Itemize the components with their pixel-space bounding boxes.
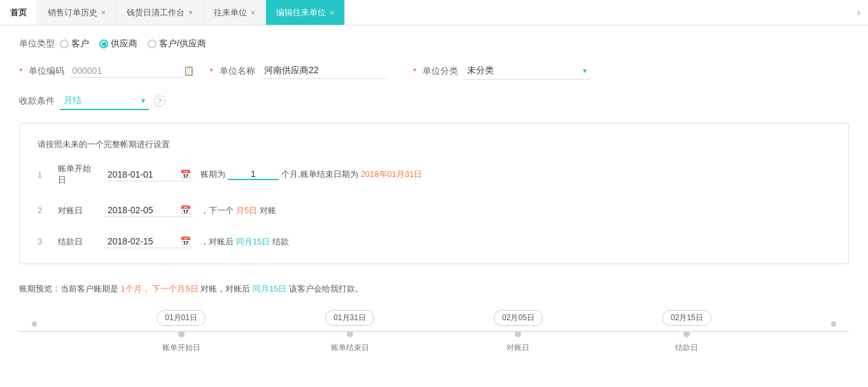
tab-home-label: 首页 — [10, 7, 27, 18]
tab-edit-partner[interactable]: 编辑往来单位 × — [266, 0, 345, 25]
tab-edit-partner-close[interactable]: × — [330, 8, 334, 17]
timeline-wrapper: 01月01日 账单开始日 01月31日 账单结束日 02月05日 对账日 — [19, 310, 849, 353]
unit-category-select[interactable]: 未分类 ▾ — [463, 62, 591, 80]
timeline-dot-4 — [683, 331, 690, 337]
row-2-label: 对账日 — [58, 205, 96, 216]
tab-home[interactable]: 首页 — [0, 0, 38, 25]
unit-code-copy-icon[interactable]: 📋 — [183, 66, 194, 76]
unit-category-label: 单位分类 — [423, 66, 458, 77]
period-card: 请按照未来的一个完整帐期进行设置 1 账单开始日 📅 账期为 个月,账单结束日期… — [19, 123, 849, 264]
row-2-desc-end: 对账 — [260, 205, 276, 216]
preview-text: 账期预览：当前客户账期是 1个月， 下一个月5日 对账，对账后 同月15日 该客… — [19, 283, 849, 295]
row-1-desc: 账期为 个月,账单结束日期为 2018年01月31日 — [200, 169, 422, 180]
unit-code-field: * 单位编码 📋 — [19, 64, 184, 78]
timeline-date-2: 01月31日 — [325, 310, 374, 326]
unit-name-field: * 单位名称 — [209, 63, 387, 79]
unit-code-input[interactable] — [72, 66, 183, 76]
row-3-desc: ，对账后 同月15日 结款 — [200, 236, 289, 248]
row-2-desc: ，下一个月5日 对账 — [200, 205, 276, 216]
timeline-date-3: 02月05日 — [494, 310, 543, 326]
payment-label: 收款条件 — [19, 95, 55, 107]
preview-label: 账期预览：当前客户账期是 — [19, 284, 118, 293]
row-3-label: 结款日 — [58, 236, 96, 248]
radio-customer-supplier[interactable]: 客户/供应商 — [148, 38, 206, 50]
unit-code-label: 单位编码 — [29, 66, 64, 77]
period-row-3: 3 结款日 📅 ，对账后 同月15日 结款 — [38, 235, 830, 248]
row-2-date-input: 📅 — [104, 204, 193, 217]
preview-middle: 对账，对账后 — [200, 284, 250, 293]
preview-check: 下一个月5日 — [152, 284, 198, 293]
row-1-calendar-icon[interactable]: 📅 — [180, 169, 191, 179]
timeline-dot-2 — [347, 331, 353, 337]
row-3-desc-before: ，对账后 — [200, 236, 234, 248]
unit-name-input[interactable] — [260, 63, 388, 79]
unit-category-arrow: ▾ — [583, 66, 587, 75]
tab-expand-button[interactable]: › — [850, 0, 868, 25]
preview-months: 1个月， — [121, 284, 150, 293]
timeline-dot-3 — [515, 331, 521, 337]
row-2-date[interactable] — [108, 205, 178, 215]
timeline-date-1: 01月01日 — [157, 310, 206, 326]
preview-section: 账期预览：当前客户账期是 1个月， 下一个月5日 对账，对账后 同月15日 该客… — [19, 277, 849, 366]
payment-select[interactable]: 月结 ▾ — [60, 92, 149, 110]
unit-category-star: * — [413, 66, 416, 76]
timeline-name-1: 账单开始日 — [162, 342, 200, 353]
unit-category-field: * 单位分类 未分类 ▾ — [413, 62, 591, 80]
tab-partner[interactable]: 往来单位 × — [204, 0, 266, 25]
tabs-bar: 首页 销售订单历史 × 钱货日清工作台 × 往来单位 × 编辑往来单位 × › — [0, 0, 868, 25]
row-3-num: 3 — [38, 237, 50, 246]
period-row-2: 2 对账日 📅 ，下一个月5日 对账 — [38, 204, 830, 217]
period-months-input[interactable] — [228, 169, 279, 180]
radio-supplier[interactable]: 供应商 — [99, 38, 137, 50]
row-1-date[interactable] — [108, 169, 178, 179]
radio-customer-supplier-circle — [148, 39, 157, 48]
payment-field: 收款条件 月结 ▾ ? — [19, 92, 165, 110]
timeline-right-dot — [831, 321, 836, 327]
row-1-date-input: 📅 — [104, 168, 193, 181]
row-1-desc-before: 账期为 — [200, 169, 225, 180]
timeline-point-2: 01月31日 账单结束日 — [325, 310, 374, 353]
row-2-calendar-icon[interactable]: 📅 — [180, 205, 191, 215]
tab-cash-work-label: 钱货日清工作台 — [127, 7, 185, 18]
row-3-date-input: 📅 — [104, 235, 193, 248]
unit-name-star: * — [209, 66, 213, 76]
tab-cash-work-close[interactable]: × — [188, 8, 193, 17]
timeline-dot-1 — [178, 331, 185, 337]
unit-code-star: * — [19, 66, 22, 76]
tab-partner-close[interactable]: × — [251, 8, 255, 17]
unit-name-label: 单位名称 — [220, 66, 255, 77]
radio-customer-circle — [60, 39, 69, 48]
unit-category-value: 未分类 — [467, 65, 583, 76]
row-3-desc-after: 结款 — [272, 236, 289, 248]
unit-code-input-wrapper: 📋 — [69, 64, 184, 78]
radio-supplier-circle — [99, 39, 108, 48]
row-1-end-date: 2018年01月31日 — [361, 169, 423, 180]
timeline-name-2: 账单结束日 — [331, 342, 369, 353]
payment-row: 收款条件 月结 ▾ ? — [19, 92, 849, 110]
row-3-date[interactable] — [108, 236, 178, 246]
tab-edit-partner-label: 编辑往来单位 — [276, 7, 326, 18]
preview-payment-day: 同月15日 — [253, 284, 286, 293]
tab-sales-history-close[interactable]: × — [101, 8, 106, 17]
timeline-name-4: 结款日 — [675, 342, 698, 353]
payment-arrow: ▾ — [141, 96, 145, 105]
row-2-num: 2 — [38, 206, 50, 215]
row-1-label: 账单开始日 — [58, 163, 96, 186]
tab-sales-history[interactable]: 销售订单历史 × — [38, 0, 116, 25]
radio-customer-supplier-label: 客户/供应商 — [159, 38, 206, 50]
help-icon[interactable]: ? — [154, 95, 165, 107]
row-1-desc-after: 个月,账单结束日期为 — [281, 169, 358, 180]
row-3-calendar-icon[interactable]: 📅 — [180, 236, 191, 246]
radio-group: 客户 供应商 客户/供应商 — [60, 38, 206, 50]
timeline-name-3: 对账日 — [507, 342, 529, 353]
timeline-date-4: 02月15日 — [662, 310, 711, 326]
row-1-num: 1 — [38, 170, 50, 179]
tab-partner-label: 往来单位 — [214, 7, 247, 18]
tab-cash-work[interactable]: 钱货日清工作台 × — [116, 0, 204, 25]
preview-end: 该客户会给我打款。 — [289, 284, 363, 293]
unit-type-row: 单位类型 客户 供应商 客户/供应商 — [19, 38, 849, 50]
radio-customer[interactable]: 客户 — [60, 38, 89, 50]
row-2-highlight: 月5日 — [236, 205, 257, 216]
page-content: 单位类型 客户 供应商 客户/供应商 * 单位编码 — [0, 25, 868, 387]
period-title: 请按照未来的一个完整帐期进行设置 — [38, 139, 830, 150]
